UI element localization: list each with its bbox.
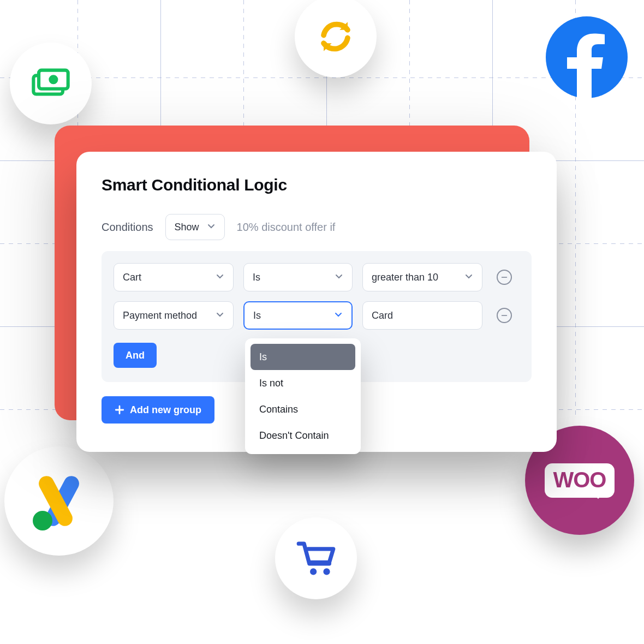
dropdown-option-is-not[interactable]: Is not [251, 370, 355, 396]
and-label: And [126, 350, 145, 361]
chevron-down-icon [464, 272, 473, 283]
field-select[interactable]: Cart [114, 263, 234, 291]
offer-text: 10% discount offer if [237, 221, 336, 234]
operator-value: Is [253, 272, 260, 283]
woo-label: WOO [545, 463, 615, 498]
google-ads-icon [4, 446, 114, 556]
operator-dropdown: Is Is not Contains Doesn't Contain [245, 338, 361, 454]
dropdown-option-contains[interactable]: Contains [251, 396, 355, 422]
svg-point-7 [310, 568, 317, 575]
cart-icon [275, 517, 357, 599]
value-input[interactable]: Card [362, 301, 482, 330]
chevron-down-icon [216, 272, 224, 283]
value-text: greater than 10 [372, 272, 438, 283]
conditions-label: Conditions [102, 221, 153, 234]
cash-icon [10, 43, 92, 124]
sync-icon [295, 0, 377, 77]
value-select[interactable]: greater than 10 [362, 263, 482, 291]
add-group-button[interactable]: Add new group [102, 396, 214, 424]
field-value: Payment method [123, 310, 197, 321]
remove-row-button[interactable] [497, 270, 512, 285]
svg-point-2 [49, 75, 58, 84]
svg-point-6 [33, 511, 52, 530]
plus-icon [115, 405, 124, 415]
condition-row: Payment method Is Card [114, 301, 520, 330]
facebook-icon [546, 16, 628, 98]
add-group-label: Add new group [130, 404, 201, 416]
value-text: Card [372, 310, 393, 321]
dropdown-option-doesnt-contain[interactable]: Doesn't Contain [251, 422, 355, 449]
chevron-down-icon [216, 310, 224, 321]
field-select[interactable]: Payment method [114, 301, 234, 330]
conditional-logic-panel: Smart Conditional Logic Conditions Show … [76, 152, 557, 452]
condition-group: Cart Is greater than 10 Payment method I… [102, 251, 532, 382]
visibility-value: Show [175, 222, 199, 233]
dropdown-option-is[interactable]: Is [251, 344, 355, 370]
visibility-select[interactable]: Show [165, 214, 225, 240]
field-value: Cart [123, 272, 141, 283]
remove-row-button[interactable] [497, 308, 512, 323]
chevron-down-icon [207, 222, 216, 233]
panel-title: Smart Conditional Logic [102, 176, 532, 194]
and-button[interactable]: And [114, 343, 157, 368]
chevron-down-icon [335, 272, 343, 283]
condition-row: Cart Is greater than 10 [114, 263, 520, 291]
operator-value: Is [253, 310, 261, 321]
operator-select[interactable]: Is [243, 301, 353, 330]
svg-point-8 [323, 568, 330, 575]
operator-select[interactable]: Is [243, 263, 353, 291]
chevron-down-icon [334, 310, 343, 321]
